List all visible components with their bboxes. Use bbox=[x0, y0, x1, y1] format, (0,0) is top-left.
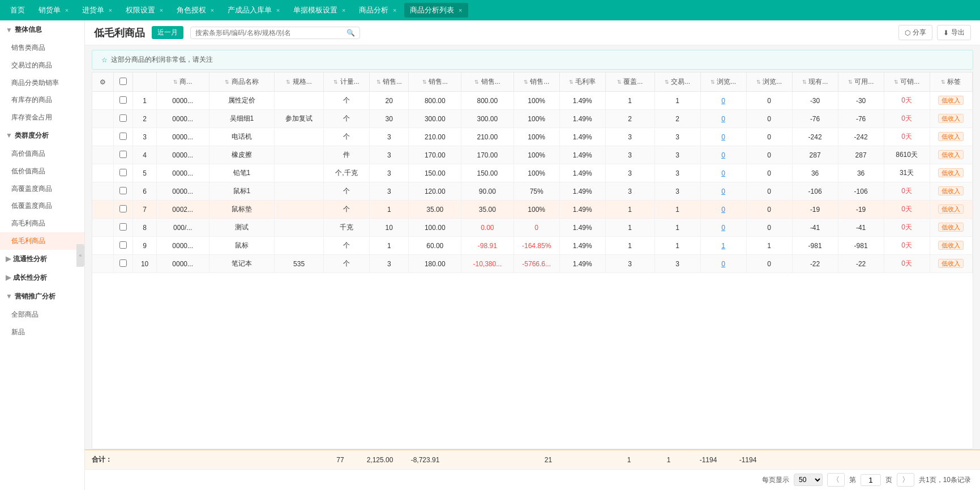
sidebar-group-overall[interactable]: ▼ 整体信息 bbox=[0, 20, 84, 39]
cell-browse1[interactable]: 0 bbox=[700, 110, 746, 128]
nav-product-stock[interactable]: 产成品入库单 × bbox=[222, 3, 285, 18]
col-header-sales-profit[interactable]: ⇅ 销售... bbox=[461, 73, 514, 92]
cell-check[interactable] bbox=[113, 164, 133, 182]
sidebar-item-traded-products[interactable]: 交易过的商品 bbox=[0, 57, 84, 74]
nav-home[interactable]: 首页 bbox=[5, 3, 31, 18]
sidebar-collapse-button[interactable]: « bbox=[76, 244, 84, 267]
next-page-button[interactable]: 〉 bbox=[897, 473, 914, 487]
col-header-trade[interactable]: ⇅ 交易... bbox=[654, 73, 700, 92]
search-icon[interactable]: 🔍 bbox=[346, 29, 355, 37]
col-header-current[interactable]: ⇅ 现有... bbox=[792, 73, 838, 92]
cell-check[interactable] bbox=[113, 219, 133, 237]
col-header-settings[interactable]: ⚙ bbox=[92, 73, 113, 92]
sidebar-item-low-margin[interactable]: 低毛利商品 bbox=[0, 232, 84, 250]
close-role-auth-icon[interactable]: × bbox=[211, 7, 214, 14]
cell-browse1[interactable]: 1 bbox=[700, 237, 746, 255]
sidebar-item-all-products[interactable]: 全部商品 bbox=[0, 306, 84, 323]
nav-purchase-order[interactable]: 进货单 × bbox=[76, 3, 118, 18]
sidebar-item-low-coverage[interactable]: 低覆盖度商品 bbox=[0, 197, 84, 215]
share-button[interactable]: ⬡ 分享 bbox=[898, 25, 932, 40]
cell-browse1[interactable]: 0 bbox=[700, 146, 746, 164]
sidebar-group-growth[interactable]: ▶ 成长性分析 bbox=[0, 269, 84, 287]
select-all-checkbox[interactable] bbox=[119, 78, 127, 85]
sidebar-item-stock-products[interactable]: 有库存的商品 bbox=[0, 91, 84, 109]
sidebar-group-cluster[interactable]: ▼ 类群度分析 bbox=[0, 126, 84, 145]
cell-check[interactable] bbox=[113, 182, 133, 201]
nav-permission[interactable]: 权限设置 × bbox=[120, 3, 169, 18]
cell-check[interactable] bbox=[113, 146, 133, 164]
sidebar-group-flow[interactable]: ▶ 流通性分析 bbox=[0, 250, 84, 269]
cell-browse1[interactable]: 0 bbox=[700, 92, 746, 110]
cell-check[interactable] bbox=[113, 92, 133, 110]
col-header-sales-amount[interactable]: ⇅ 销售... bbox=[409, 73, 461, 92]
sidebar-item-high-value[interactable]: 高价值商品 bbox=[0, 145, 84, 163]
close-analysis-list-icon[interactable]: × bbox=[459, 7, 462, 14]
prev-page-button[interactable]: 〈 bbox=[827, 473, 845, 487]
col-header-available[interactable]: ⇅ 可用... bbox=[838, 73, 884, 92]
cell-check[interactable] bbox=[113, 201, 133, 219]
cell-settings bbox=[92, 128, 113, 146]
col-header-sales-extra[interactable]: ⇅ 销售... bbox=[513, 73, 559, 92]
export-button[interactable]: ⬇ 导出 bbox=[937, 25, 971, 40]
row-checkbox[interactable] bbox=[119, 114, 127, 122]
table-header-row: ⚙ ⇅ 商... ⇅ 商品名称 ⇅ 规格... ⇅ 计量... ⇅ 销售... … bbox=[92, 73, 973, 92]
cell-browse1[interactable]: 0 bbox=[700, 219, 746, 237]
nav-product-analysis-list[interactable]: 商品分析列表 × bbox=[404, 3, 468, 18]
col-header-name[interactable]: ⇅ 商品名称 bbox=[209, 73, 275, 92]
close-purchase-order-icon[interactable]: × bbox=[109, 7, 112, 14]
col-header-unit[interactable]: ⇅ 计量... bbox=[324, 73, 370, 92]
col-header-spec[interactable]: ⇅ 规格... bbox=[275, 73, 324, 92]
sidebar-item-category-rate[interactable]: 商品分类助销率 bbox=[0, 74, 84, 92]
sidebar-item-high-margin[interactable]: 高毛利商品 bbox=[0, 215, 84, 232]
row-checkbox[interactable] bbox=[119, 133, 127, 140]
row-checkbox[interactable] bbox=[119, 151, 127, 158]
row-checkbox[interactable] bbox=[119, 223, 127, 231]
cell-trade: 3 bbox=[654, 146, 700, 164]
cell-check[interactable] bbox=[113, 237, 133, 255]
cell-browse1[interactable]: 0 bbox=[700, 164, 746, 182]
nav-product-analysis[interactable]: 商品分析 × bbox=[353, 3, 402, 18]
nav-role-auth[interactable]: 角色授权 × bbox=[171, 3, 220, 18]
close-template-icon[interactable]: × bbox=[342, 7, 345, 14]
sidebar-group-marketing[interactable]: ▼ 营销推广分析 bbox=[0, 287, 84, 306]
col-header-tag[interactable]: ⇅ 标签 bbox=[930, 73, 972, 92]
sidebar-item-low-value[interactable]: 低价值商品 bbox=[0, 163, 84, 180]
nav-sales-order[interactable]: 销货单 × bbox=[33, 3, 74, 18]
cell-browse1[interactable]: 0 bbox=[700, 201, 746, 219]
close-permission-icon[interactable]: × bbox=[160, 7, 163, 14]
sidebar-item-new-products[interactable]: 新品 bbox=[0, 323, 84, 341]
cell-check[interactable] bbox=[113, 110, 133, 128]
row-checkbox[interactable] bbox=[119, 96, 127, 104]
cell-browse1[interactable]: 0 bbox=[700, 182, 746, 201]
row-checkbox[interactable] bbox=[119, 259, 127, 267]
cell-check[interactable] bbox=[113, 128, 133, 146]
col-header-gross[interactable]: ⇅ 毛利率 bbox=[559, 73, 605, 92]
close-product-analysis-icon[interactable]: × bbox=[393, 7, 396, 14]
col-header-code[interactable]: ⇅ 商... bbox=[156, 73, 209, 92]
page-size-select[interactable]: 50 20 100 bbox=[794, 474, 823, 486]
row-checkbox[interactable] bbox=[119, 187, 127, 194]
col-header-check[interactable] bbox=[113, 73, 133, 92]
row-checkbox[interactable] bbox=[119, 205, 127, 212]
sidebar-item-stock-capital[interactable]: 库存资金占用 bbox=[0, 109, 84, 126]
cell-browse1[interactable]: 0 bbox=[700, 255, 746, 273]
col-header-browse2[interactable]: ⇅ 浏览... bbox=[746, 73, 792, 92]
close-sales-order-icon[interactable]: × bbox=[65, 7, 69, 14]
col-header-saleable[interactable]: ⇅ 可销... bbox=[884, 73, 930, 92]
nav-template-setting[interactable]: 单据模板设置 × bbox=[288, 3, 351, 18]
cell-unit: 个 bbox=[324, 201, 370, 219]
sidebar-item-sales-products[interactable]: 销售类商品 bbox=[0, 39, 84, 57]
col-header-sales-qty[interactable]: ⇅ 销售... bbox=[370, 73, 409, 92]
col-header-browse1[interactable]: ⇅ 浏览... bbox=[700, 73, 746, 92]
col-header-cover[interactable]: ⇅ 覆盖... bbox=[605, 73, 654, 92]
cell-check[interactable] bbox=[113, 255, 133, 273]
close-product-stock-icon[interactable]: × bbox=[276, 7, 280, 14]
row-checkbox[interactable] bbox=[119, 241, 127, 249]
row-checkbox[interactable] bbox=[119, 169, 127, 176]
filter-period-button[interactable]: 近一月 bbox=[152, 26, 183, 39]
sidebar-item-high-coverage[interactable]: 高覆盖度商品 bbox=[0, 180, 84, 198]
search-input[interactable] bbox=[195, 29, 344, 37]
cell-trade: 1 bbox=[654, 201, 700, 219]
page-number-input[interactable] bbox=[861, 474, 881, 486]
cell-browse1[interactable]: 0 bbox=[700, 128, 746, 146]
